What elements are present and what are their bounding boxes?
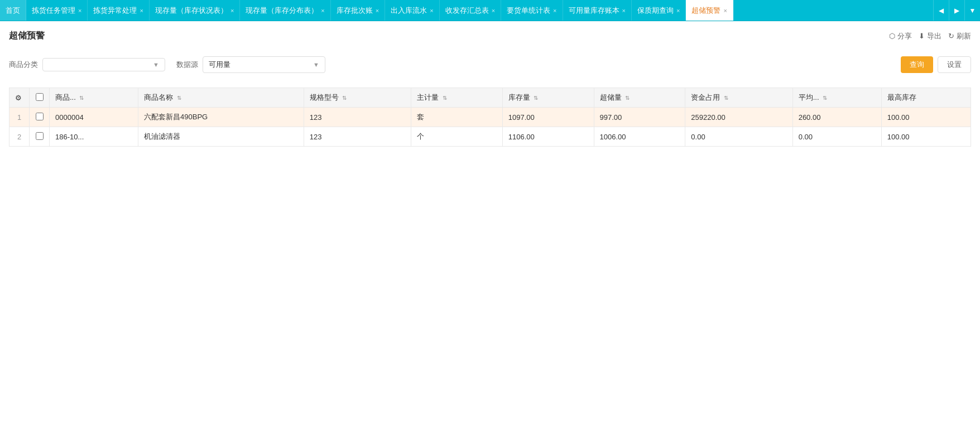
table-header-max-stock[interactable]: 最高库存 [881,88,971,108]
row-product-name: 机油滤清器 [138,127,304,147]
table-header-checkbox[interactable] [30,88,50,108]
nav-item-flow[interactable]: 出入库流水 × [385,0,439,21]
table-header-stock[interactable]: 库存量 ⇅ [502,88,594,108]
nav-item-task[interactable]: 拣货任务管理 × [26,0,88,21]
nav-more-arrow[interactable]: ▼ [964,0,980,21]
row-avg: 260.00 [792,108,881,127]
close-icon[interactable]: × [622,7,626,14]
data-table: ⚙ 商品... ⇅ 商品名称 ⇅ 规格型号 ⇅ 主计量 [9,88,971,147]
chevron-down-icon: ▼ [153,61,159,68]
sort-icon: ⇅ [625,95,630,101]
row-capital: 0.00 [685,127,792,147]
table-header-unit[interactable]: 主计量 ⇅ [411,88,503,108]
row-avg: 0.00 [792,127,881,147]
close-icon[interactable]: × [723,7,727,14]
top-nav: 首页 拣货任务管理 × 拣货异常处理 × 现存量（库存状况表） × 现存量（库存… [0,0,980,21]
row-max-stock: 100.00 [881,127,971,147]
gear-icon[interactable]: ⚙ [15,94,22,102]
nav-item-stock-dist[interactable]: 现存量（库存分布表） × [240,0,330,21]
row-product-code: 0000004 [50,108,138,127]
row-checkbox[interactable] [36,132,44,140]
row-product-code: 186-10... [50,127,138,147]
refresh-button[interactable]: ↻ 刷新 [948,31,971,41]
row-number: 1 [9,108,30,127]
close-icon[interactable]: × [430,7,433,14]
sort-icon: ⇅ [823,95,827,101]
product-category-filter: 商品分类 ▼ [9,58,165,71]
nav-arrows: ◀ ▶ ▼ [933,0,980,21]
sort-icon: ⇅ [534,95,538,101]
nav-prev-arrow[interactable]: ◀ [933,0,949,21]
settings-button[interactable]: 设置 [938,56,971,73]
header-actions: ⬡ 分享 ⬇ 导出 ↻ 刷新 [889,31,971,41]
table-header-product-code[interactable]: 商品... ⇅ [50,88,138,108]
nav-item-stock-status[interactable]: 现存量（库存状况表） × [150,0,240,21]
table-header-overstock[interactable]: 超储量 ⇅ [594,88,685,108]
table-header-product-name[interactable]: 商品名称 ⇅ [138,88,304,108]
filter-actions: 查询 设置 [901,56,971,73]
table-header-spec[interactable]: 规格型号 ⇅ [304,88,411,108]
sort-icon: ⇅ [342,95,347,101]
export-button[interactable]: ⬇ 导出 [919,31,941,41]
share-icon: ⬡ [889,32,895,40]
page-title: 超储预警 [9,30,45,42]
row-stock: 1106.00 [502,127,594,147]
table-header-capital[interactable]: 资金占用 ⇅ [685,88,792,108]
product-category-select[interactable]: ▼ [42,58,165,71]
row-capital: 259220.00 [685,108,792,127]
table-header-gear[interactable]: ⚙ [9,88,30,108]
row-unit: 个 [411,127,503,147]
nav-item-usable[interactable]: 可用量库存账本 × [563,0,632,21]
row-product-name: 六配套新昌490BPG [138,108,304,127]
page-header: 超储预警 ⬡ 分享 ⬇ 导出 ↻ 刷新 [9,30,971,42]
data-source-label: 数据源 [176,60,198,70]
close-icon[interactable]: × [230,7,234,14]
row-stock: 1097.00 [502,108,594,127]
table-header-avg[interactable]: 平均... ⇅ [792,88,881,108]
filter-area: 商品分类 ▼ 数据源 可用量 ▼ 查询 设置 [9,51,971,79]
sort-icon: ⇅ [79,95,84,101]
row-spec: 123 [304,108,411,127]
select-all-checkbox[interactable] [36,93,44,101]
close-icon[interactable]: × [676,7,680,14]
row-max-stock: 100.00 [881,108,971,127]
main-content: 超储预警 ⬡ 分享 ⬇ 导出 ↻ 刷新 商品分类 ▼ 数据源 [0,21,980,446]
nav-next-arrow[interactable]: ▶ [949,0,964,21]
nav-item-summary[interactable]: 收发存汇总表 × [440,0,501,21]
row-overstock: 1006.00 [594,127,685,147]
nav-item-overstock[interactable]: 超储预警 × [686,0,733,21]
row-unit: 套 [411,108,503,127]
share-button[interactable]: ⬡ 分享 [889,31,912,41]
row-checkbox[interactable] [36,113,44,120]
export-icon: ⬇ [919,32,925,40]
sort-icon: ⇅ [177,95,181,101]
query-button[interactable]: 查询 [901,56,933,73]
nav-item-exception[interactable]: 拣货异常处理 × [88,0,149,21]
table-row: 2 186-10... 机油滤清器 123 个 1106.00 1006.00 … [9,127,971,147]
nav-item-order-stats[interactable]: 要货单统计表 × [501,0,563,21]
sort-icon: ⇅ [724,95,728,101]
table-row: 1 0000004 六配套新昌490BPG 123 套 1097.00 997.… [9,108,971,127]
row-number: 2 [9,127,30,147]
data-source-select[interactable]: 可用量 ▼ [203,56,325,73]
nav-item-shelf-life[interactable]: 保质期查询 × [632,0,686,21]
close-icon[interactable]: × [321,7,324,14]
product-category-label: 商品分类 [9,60,38,70]
data-source-value: 可用量 [209,60,309,70]
chevron-down-icon: ▼ [313,61,319,68]
row-overstock: 997.00 [594,108,685,127]
close-icon[interactable]: × [140,7,143,14]
refresh-icon: ↻ [948,32,954,40]
row-checkbox-cell[interactable] [30,127,50,147]
close-icon[interactable]: × [553,7,556,14]
sort-icon: ⇅ [443,95,447,101]
data-source-filter: 数据源 可用量 ▼ [176,56,325,73]
close-icon[interactable]: × [78,7,81,14]
row-spec: 123 [304,127,411,147]
nav-item-home[interactable]: 首页 [0,0,26,21]
close-icon[interactable]: × [492,7,495,14]
row-checkbox-cell[interactable] [30,108,50,127]
nav-item-batch[interactable]: 库存批次账 × [331,0,385,21]
close-icon[interactable]: × [376,7,379,14]
